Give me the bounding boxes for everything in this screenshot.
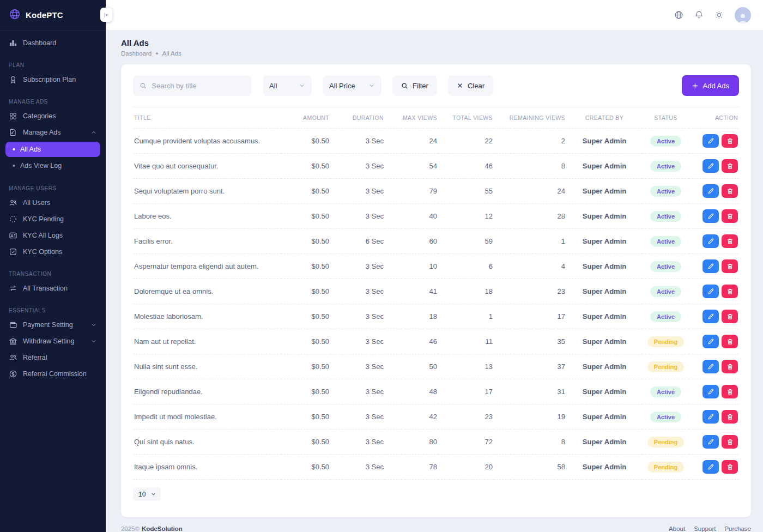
sidebar: KodePTC Dashboard PLAN Subscription Plan… [0, 0, 106, 532]
delete-button[interactable] [722, 410, 738, 424]
user-avatar[interactable] [735, 7, 751, 23]
created-by-cell: Super Admin [566, 379, 643, 404]
amount-cell: $0.50 [281, 404, 330, 430]
table-row: Sequi voluptatem porro sunt. $0.50 3 Sec… [133, 179, 739, 204]
sidebar-item-kyc-all-logs[interactable]: KYC All Logs [0, 227, 106, 244]
action-cell [689, 430, 739, 455]
sidebar-collapse-button[interactable] [100, 8, 112, 22]
created-by-cell: Super Admin [566, 329, 643, 354]
delete-button[interactable] [722, 385, 738, 398]
delete-button[interactable] [722, 134, 738, 148]
notifications-button[interactable] [694, 10, 704, 20]
section-essentials: ESSENTIALS [0, 297, 106, 317]
created-by-cell: Super Admin [566, 254, 643, 279]
edit-button[interactable] [703, 134, 719, 148]
duration-cell: 3 Sec [330, 354, 385, 379]
delete-button[interactable] [722, 184, 738, 198]
status-badge: Active [650, 311, 681, 322]
remaining-views-cell: 31 [494, 379, 566, 404]
edit-button[interactable] [703, 209, 719, 223]
ad-title-cell: Facilis error. [133, 229, 281, 254]
col-remaining-views: REMAINING VIEWS [494, 107, 566, 129]
ad-title-cell: Sequi voluptatem porro sunt. [133, 179, 281, 204]
sidebar-item-subscription-plan[interactable]: Subscription Plan [0, 71, 106, 88]
status-filter-select[interactable]: All [263, 75, 312, 96]
edit-button[interactable] [703, 335, 719, 348]
sidebar-item-withdraw-setting[interactable]: Withdraw Setting [0, 333, 106, 349]
language-globe-button[interactable] [674, 10, 683, 20]
ad-title-cell: Qui sint quis natus. [133, 430, 281, 455]
ads-card: All All Price Filter Clear Add Ads [121, 64, 751, 517]
trash-icon [726, 338, 734, 345]
delete-button[interactable] [722, 209, 738, 223]
max-views-cell: 24 [385, 129, 438, 154]
pencil-icon [707, 388, 714, 395]
delete-button[interactable] [722, 234, 738, 248]
edit-button[interactable] [703, 159, 719, 173]
edit-button[interactable] [703, 285, 719, 298]
remaining-views-cell: 19 [494, 404, 566, 430]
theme-toggle-button[interactable] [714, 10, 724, 20]
sidebar-item-categories[interactable]: Manage Ads Categories [0, 108, 106, 124]
per-page-select[interactable]: 10 [133, 487, 161, 501]
total-views-cell: 13 [438, 354, 494, 379]
sidebar-item-referral[interactable]: Referral [0, 349, 106, 366]
breadcrumb-dashboard-link[interactable]: Dashboard [121, 50, 152, 57]
referral-users-icon [9, 353, 17, 362]
clear-button[interactable]: Clear [448, 75, 493, 96]
search-input[interactable] [152, 82, 245, 90]
max-views-cell: 60 [385, 229, 438, 254]
price-filter-select[interactable]: All Price [323, 75, 382, 96]
edit-button[interactable] [703, 310, 719, 323]
table-row: Eligendi repudiandae. $0.50 3 Sec 48 17 … [133, 379, 739, 404]
table-row: Nam aut ut repellat. $0.50 3 Sec 46 11 3… [133, 329, 739, 354]
edit-button[interactable] [703, 385, 719, 398]
status-badge: Pending [647, 437, 684, 448]
bullet-icon: • [13, 147, 15, 152]
trash-icon [726, 188, 734, 195]
footer-link-purchase[interactable]: Purchase [724, 525, 751, 532]
delete-button[interactable] [722, 360, 738, 373]
delete-button[interactable] [722, 435, 738, 449]
delete-button[interactable] [722, 335, 738, 348]
delete-button[interactable] [722, 259, 738, 273]
sidebar-item-kyc-pending[interactable]: KYC Pending [0, 211, 106, 227]
trash-icon [726, 162, 734, 170]
sidebar-item-payment-setting[interactable]: Payment Setting [0, 317, 106, 333]
sidebar-item-all-users[interactable]: All Users [0, 195, 106, 211]
status-badge: Active [650, 161, 681, 172]
filter-button[interactable]: Filter [392, 75, 437, 96]
pencil-icon [707, 162, 714, 170]
delete-button[interactable] [722, 460, 738, 474]
footer-link-about[interactable]: About [669, 525, 685, 532]
breadcrumb-separator: ● [155, 51, 158, 56]
status-cell: Pending [643, 430, 689, 455]
delete-button[interactable] [722, 159, 738, 173]
edit-button[interactable] [703, 184, 719, 198]
brand[interactable]: KodePTC [0, 0, 106, 31]
trash-icon [726, 288, 734, 295]
edit-button[interactable] [703, 460, 719, 474]
sidebar-item-all-transaction[interactable]: All Transaction [0, 280, 106, 297]
sidebar-item-referral-commission[interactable]: Referral Commission [0, 366, 106, 382]
table-row: Itaque ipsam omnis. $0.50 3 Sec 78 20 58… [133, 455, 739, 480]
company-link[interactable]: KodeSolution [142, 525, 183, 532]
trash-icon [726, 388, 734, 395]
edit-button[interactable] [703, 234, 719, 248]
sidebar-subitem-all-ads[interactable]: • All Ads [5, 142, 100, 157]
edit-button[interactable] [703, 259, 719, 273]
footer-link-support[interactable]: Support [694, 525, 716, 532]
globe-icon [674, 10, 683, 20]
sidebar-item-manage-ads[interactable]: Manage Ads [0, 124, 106, 141]
edit-button[interactable] [703, 410, 719, 424]
sidebar-item-kyc-options[interactable]: KYC Options [0, 244, 106, 260]
sidebar-subitem-ads-view-log[interactable]: • Ads View Log [5, 158, 100, 173]
pencil-icon [707, 438, 714, 445]
total-views-cell: 17 [438, 379, 494, 404]
edit-button[interactable] [703, 435, 719, 449]
delete-button[interactable] [722, 285, 738, 298]
delete-button[interactable] [722, 310, 738, 323]
add-ads-button[interactable]: Add Ads [682, 75, 739, 96]
sidebar-item-dashboard[interactable]: Dashboard [0, 35, 106, 51]
edit-button[interactable] [703, 360, 719, 373]
